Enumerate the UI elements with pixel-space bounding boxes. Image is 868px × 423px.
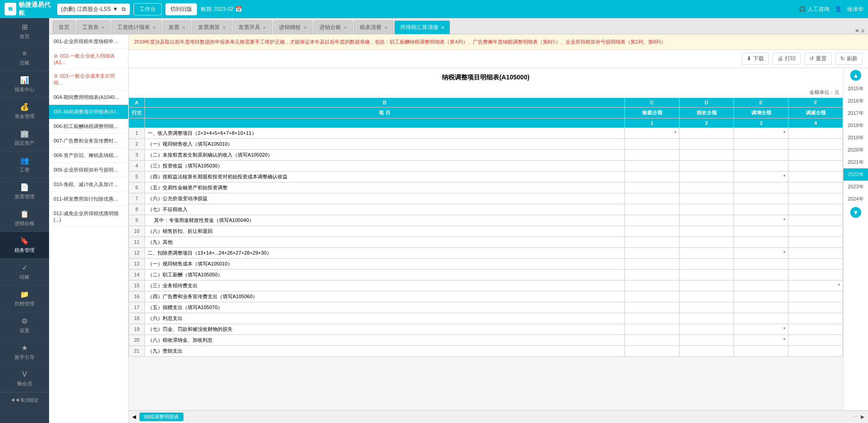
item-name[interactable]: （二）职工薪酬（填写A105050） xyxy=(145,269,625,280)
workbench-button[interactable]: 工作台 xyxy=(134,3,162,15)
sidebar-item-payroll[interactable]: 👥 工资 xyxy=(0,152,49,178)
reset-button[interactable]: ↺ 重置 xyxy=(804,53,832,65)
amount-f[interactable] xyxy=(789,182,843,193)
amount-c[interactable] xyxy=(625,149,680,160)
amount-c[interactable] xyxy=(625,269,680,280)
amount-f[interactable] xyxy=(789,236,843,247)
amount-e[interactable]: * xyxy=(734,128,789,138)
sidebar-item-tax-mgmt[interactable]: 🔖 税务管理 xyxy=(0,232,49,259)
amount-d[interactable] xyxy=(680,334,734,345)
tab-home[interactable]: 首页 xyxy=(53,20,75,34)
item-name[interactable]: （九）赞助支出 xyxy=(145,345,625,356)
amount-c[interactable] xyxy=(625,334,680,345)
tab-invoice[interactable]: 发票 × xyxy=(163,20,191,34)
amount-e[interactable] xyxy=(734,280,789,291)
amount-d[interactable] xyxy=(680,324,734,334)
amount-e[interactable]: * xyxy=(734,247,789,258)
sidebar-item-archive[interactable]: 📁 归档管理 xyxy=(0,285,49,312)
amount-d[interactable] xyxy=(680,128,734,138)
amount-f[interactable] xyxy=(789,334,843,345)
amount-d[interactable] xyxy=(680,302,734,313)
year-2019[interactable]: 2019年 xyxy=(843,132,868,144)
amount-e[interactable] xyxy=(734,236,789,247)
year-2020[interactable]: 2020年 xyxy=(843,144,868,156)
amount-c[interactable] xyxy=(625,204,680,215)
amount-f[interactable] xyxy=(789,247,843,258)
item-name[interactable]: （三）业务招待费支出 xyxy=(145,280,625,291)
amount-d[interactable] xyxy=(680,247,734,258)
amount-c[interactable] xyxy=(625,215,680,226)
item-name[interactable]: （五）捐赠支出（填写A105070） xyxy=(145,302,625,313)
tab-menu-icon[interactable]: ≡ xyxy=(861,28,864,34)
user-avatar[interactable]: 👤 xyxy=(835,6,842,12)
amount-e[interactable] xyxy=(734,258,789,269)
bottom-tab-tax[interactable]: 纳税调整明细表 xyxy=(139,413,184,421)
amount-c[interactable] xyxy=(625,280,680,291)
item-name[interactable]: （六）利息支出 xyxy=(145,313,625,324)
amount-e[interactable] xyxy=(734,193,789,204)
item-name[interactable]: （一）视同销售收入（填写A105010） xyxy=(145,138,625,149)
ellipsis-icon[interactable]: ⋯ xyxy=(853,414,858,420)
form-item-001[interactable]: 001-企业所得税年度纳税申... xyxy=(49,34,128,49)
amount-e[interactable] xyxy=(734,226,789,236)
old-version-button[interactable]: 切到旧版 xyxy=(165,3,197,15)
amount-c[interactable] xyxy=(625,247,680,258)
sidebar-item-new-guide[interactable]: ★ 新手引导 xyxy=(0,339,49,366)
sidebar-item-invoice-mgmt[interactable]: 📄 发票管理 xyxy=(0,178,49,205)
item-name[interactable]: （四）广告费和业务宣传费支出（填写A105060） xyxy=(145,291,625,302)
amount-f[interactable] xyxy=(789,324,843,334)
form-item-009[interactable]: 009-企业所得税弥补亏损明... xyxy=(49,163,128,177)
amount-f[interactable] xyxy=(789,171,843,182)
year-scroll-up[interactable]: ▲ xyxy=(850,70,861,81)
tab-close-all-icon[interactable]: ✕ xyxy=(855,28,859,34)
form-item-010[interactable]: 010-免税、减计收入及加计... xyxy=(49,177,128,192)
amount-c[interactable] xyxy=(625,345,680,356)
item-name[interactable]: 一、收入类调整项目（2+3+4+5+6+7+8+10+11） xyxy=(145,128,625,138)
company-selector[interactable]: (勿删) 江西股企-LSS ▼ ⧉ xyxy=(57,4,130,15)
amount-c[interactable] xyxy=(625,138,680,149)
item-name[interactable]: （五）交易性金融资产初始投资调整 xyxy=(145,182,625,193)
item-name[interactable]: （八）销售折扣、折让和退回 xyxy=(145,226,625,236)
amount-c[interactable] xyxy=(625,313,680,324)
amount-e[interactable] xyxy=(734,138,789,149)
amount-e[interactable] xyxy=(734,269,789,280)
amount-f[interactable] xyxy=(789,345,843,356)
year-scroll-down[interactable]: ▼ xyxy=(850,207,861,218)
amount-d[interactable] xyxy=(680,182,734,193)
item-name[interactable]: （三）投资收益（填写A105030） xyxy=(145,160,625,171)
amount-f[interactable] xyxy=(789,193,843,204)
tab-income-tax[interactable]: 所得税汇算清缴 × xyxy=(394,20,450,34)
amount-d[interactable] xyxy=(680,236,734,247)
form-item-006[interactable]: 006-职工薪酬纳税调整明细... xyxy=(49,119,128,134)
sidebar-item-capital[interactable]: 💰 资金管理 xyxy=(0,98,49,125)
amount-d[interactable] xyxy=(680,215,734,226)
form-item-011[interactable]: 011-研发费用加计扣除优惠... xyxy=(49,192,128,207)
tab-invoice-open-close[interactable]: × xyxy=(263,25,266,31)
year-2022[interactable]: 2022年 xyxy=(843,168,868,181)
amount-d[interactable] xyxy=(680,258,734,269)
tab-invoice-close[interactable]: × xyxy=(182,25,185,31)
tab-tax-clear-close[interactable]: × xyxy=(384,25,387,31)
tab-purchase-check[interactable]: 进销稽校 × xyxy=(273,20,312,34)
amount-f[interactable] xyxy=(789,313,843,324)
amount-c[interactable] xyxy=(625,171,680,182)
amount-c[interactable] xyxy=(625,291,680,302)
sidebar-item-home[interactable]: ⊞ 首页 xyxy=(0,18,49,45)
amount-d[interactable] xyxy=(680,313,734,324)
form-item-005[interactable]: 005-纳税调整项目明细表(A1... xyxy=(49,105,128,119)
item-name[interactable]: （七）不征税收入 xyxy=(145,204,625,215)
amount-e[interactable] xyxy=(734,182,789,193)
form-item-004[interactable]: 004-期间费用明细表(A1040... xyxy=(49,90,128,105)
amount-d[interactable] xyxy=(680,138,734,149)
consult-button[interactable]: 🎧 人工咨询 xyxy=(799,5,829,13)
amount-e[interactable] xyxy=(734,149,789,160)
amount-d[interactable] xyxy=(680,171,734,182)
sidebar-item-member[interactable]: V 畅会员 xyxy=(0,366,49,392)
amount-d[interactable] xyxy=(680,193,734,204)
amount-e[interactable] xyxy=(734,160,789,171)
sidebar-item-report-center[interactable]: 📊 报表中心 xyxy=(0,71,49,98)
amount-d[interactable] xyxy=(680,345,734,356)
amount-d[interactable] xyxy=(680,204,734,215)
amount-c[interactable] xyxy=(625,258,680,269)
tab-invoice-open[interactable]: 发票开具 × xyxy=(233,20,272,34)
